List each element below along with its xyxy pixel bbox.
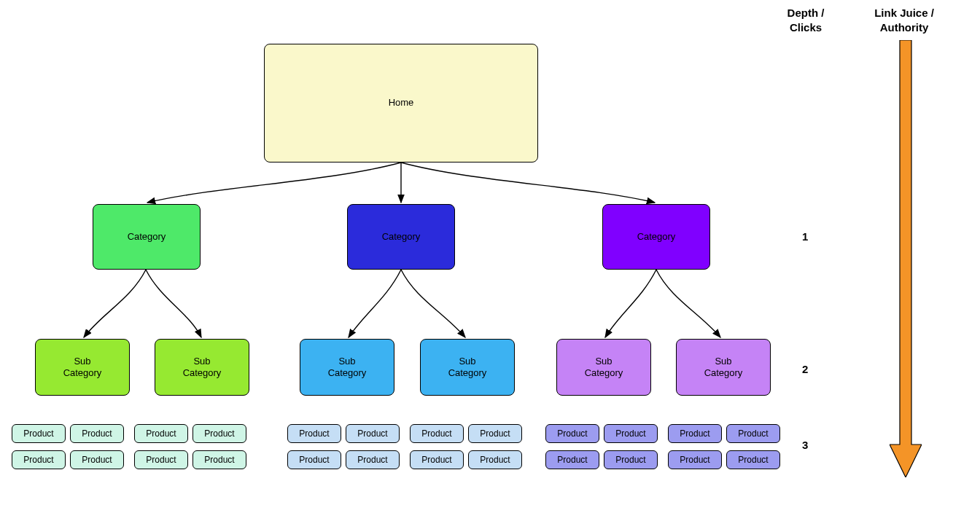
node-product: Product xyxy=(134,450,188,469)
node-label: Product xyxy=(480,455,510,466)
node-product: Product xyxy=(70,424,124,443)
node-label: Product xyxy=(480,428,510,439)
node-label: Sub Category xyxy=(448,356,487,380)
depth-label-3: 3 xyxy=(802,439,808,451)
node-subcategory: Sub Category xyxy=(155,339,249,396)
node-label: Product xyxy=(23,455,53,466)
node-label: Sub Category xyxy=(585,356,623,380)
node-product: Product xyxy=(604,450,658,469)
header-authority: Link Juice / Authority xyxy=(860,6,948,34)
node-label: Sub Category xyxy=(183,356,222,380)
node-product: Product xyxy=(410,424,464,443)
node-label: Product xyxy=(421,455,451,466)
node-label: Product xyxy=(82,428,112,439)
node-label: Product xyxy=(680,455,709,466)
node-product: Product xyxy=(134,424,188,443)
node-subcategory: Sub Category xyxy=(556,339,651,396)
node-product: Product xyxy=(668,450,722,469)
node-product: Product xyxy=(468,450,522,469)
node-label: Sub Category xyxy=(704,356,743,380)
depth-label-2: 2 xyxy=(802,363,808,375)
node-product: Product xyxy=(192,450,246,469)
node-product: Product xyxy=(287,424,341,443)
node-label: Product xyxy=(23,428,53,439)
header-depth: Depth / Clicks xyxy=(773,6,839,34)
node-label: Category xyxy=(382,231,421,243)
node-label: Product xyxy=(204,428,234,439)
node-label: Category xyxy=(637,231,676,243)
node-subcategory: Sub Category xyxy=(300,339,394,396)
node-home-label: Home xyxy=(389,97,414,109)
node-subcategory: Sub Category xyxy=(35,339,130,396)
node-label: Product xyxy=(146,428,176,439)
node-product: Product xyxy=(346,450,400,469)
node-label: Product xyxy=(557,455,587,466)
node-label: Sub Category xyxy=(328,356,367,380)
node-label: Product xyxy=(82,455,112,466)
depth-label-1: 1 xyxy=(802,230,808,243)
node-label: Product xyxy=(299,428,329,439)
node-product: Product xyxy=(192,424,246,443)
node-label: Product xyxy=(738,455,768,466)
node-category-purple: Category xyxy=(602,204,710,270)
node-label: Product xyxy=(146,455,176,466)
node-product: Product xyxy=(545,450,599,469)
node-product: Product xyxy=(70,450,124,469)
node-product: Product xyxy=(287,450,341,469)
node-product: Product xyxy=(668,424,722,443)
node-product: Product xyxy=(726,424,780,443)
node-product: Product xyxy=(410,450,464,469)
node-category-green: Category xyxy=(93,204,201,270)
node-category-blue: Category xyxy=(347,204,455,270)
node-product: Product xyxy=(604,424,658,443)
node-label: Product xyxy=(357,455,387,466)
node-product: Product xyxy=(726,450,780,469)
node-label: Product xyxy=(557,428,587,439)
node-subcategory: Sub Category xyxy=(420,339,515,396)
authority-arrow-icon xyxy=(890,40,922,477)
node-subcategory: Sub Category xyxy=(676,339,771,396)
node-label: Product xyxy=(738,428,768,439)
node-label: Product xyxy=(299,455,329,466)
node-label: Product xyxy=(357,428,387,439)
node-label: Product xyxy=(421,428,451,439)
node-product: Product xyxy=(12,450,66,469)
node-product: Product xyxy=(545,424,599,443)
node-label: Category xyxy=(128,231,166,243)
node-home: Home xyxy=(264,44,538,162)
node-product: Product xyxy=(346,424,400,443)
node-product: Product xyxy=(12,424,66,443)
node-label: Product xyxy=(615,428,645,439)
node-label: Product xyxy=(204,455,234,466)
node-label: Product xyxy=(680,428,709,439)
node-label: Product xyxy=(615,455,645,466)
node-product: Product xyxy=(468,424,522,443)
node-label: Sub Category xyxy=(63,356,102,380)
